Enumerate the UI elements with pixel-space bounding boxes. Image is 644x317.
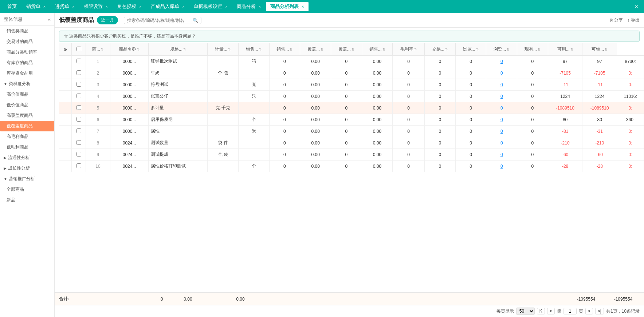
col-sellable[interactable]: 可销...⇅	[582, 43, 617, 56]
row-checkbox[interactable]	[72, 149, 86, 161]
settings-gear-icon[interactable]: ⚙	[63, 47, 67, 52]
row-checkbox[interactable]	[72, 161, 86, 172]
first-page-btn[interactable]: K	[537, 308, 545, 314]
nav-tab-analysis-close[interactable]: ×	[259, 4, 261, 9]
row-spec	[208, 126, 239, 137]
sidebar-section-growth[interactable]: ▶ 成长性分析	[0, 163, 54, 174]
col-sales2[interactable]: 销售...⇅	[269, 43, 300, 56]
filter-recent-month-btn[interactable]: 近一月	[97, 16, 118, 24]
nav-tab-permission-close[interactable]: ×	[106, 4, 108, 9]
row-available: -210	[582, 137, 617, 149]
row-checkbox[interactable]	[72, 79, 86, 91]
row-browse1[interactable]: 0	[486, 91, 517, 102]
col-cover2[interactable]: 覆盖...⇅	[331, 43, 362, 56]
sidebar-item-stock-capital[interactable]: 库存资金占用	[0, 68, 54, 79]
total-label: 合计:	[59, 296, 69, 302]
col-browse1[interactable]: 浏览...⇅	[455, 43, 486, 56]
export-btn[interactable]: ↑ 导出	[627, 17, 640, 23]
prev-page-btn[interactable]: <	[547, 308, 555, 314]
nav-tab-purchase[interactable]: 进货单 ×	[51, 2, 79, 11]
nav-tab-sales-close[interactable]: ×	[43, 4, 46, 9]
row-checkbox[interactable]	[72, 114, 86, 126]
sidebar-item-low-coverage[interactable]: 低覆盖度商品	[0, 121, 54, 131]
row-checkbox[interactable]	[72, 56, 86, 67]
sidebar-item-high-margin[interactable]: 高毛利商品	[0, 131, 54, 142]
row-browse1[interactable]: 0	[486, 161, 517, 172]
sidebar-collapse-btn[interactable]: «	[48, 16, 51, 22]
row-browse2: 0	[517, 161, 548, 172]
col-code[interactable]: 商...⇅	[86, 43, 110, 56]
sidebar-section-flow[interactable]: ▶ 流通性分析	[0, 152, 54, 163]
row-browse1[interactable]: 0	[486, 67, 517, 79]
nav-tab-sales[interactable]: 销货单 ×	[22, 2, 50, 11]
col-cover1[interactable]: 覆盖...⇅	[300, 43, 331, 56]
row-sales2: 0.00	[300, 91, 331, 102]
next-page-btn[interactable]: >	[585, 308, 593, 314]
search-icon[interactable]: 🔍	[193, 18, 198, 23]
row-cover1: 0	[331, 149, 362, 161]
col-current[interactable]: 现有...⇅	[517, 43, 548, 56]
row-trade: 0	[455, 126, 486, 137]
nav-tab-analysis-list[interactable]: 商品分析列表 ×	[266, 2, 308, 11]
table-row: 2 0000... 牛奶 个,包 0 0.00 0 0.00 0 0 0 0 0…	[59, 67, 644, 79]
nav-tab-role[interactable]: 角色授权 ×	[113, 2, 146, 11]
footer-total: 合计: 0 0.00 0.00 -1095554 -1095554	[55, 292, 644, 305]
row-browse1[interactable]: 0	[486, 79, 517, 91]
row-unit: 只	[238, 91, 269, 102]
share-btn[interactable]: ⎘ 分享	[610, 17, 623, 23]
sidebar-item-low-value[interactable]: 低价值商品	[0, 100, 54, 110]
row-settings	[59, 149, 72, 161]
nav-tab-template[interactable]: 单据模板设置 ×	[189, 2, 232, 11]
row-checkbox[interactable]	[72, 126, 86, 137]
page-input[interactable]	[564, 308, 577, 314]
nav-tab-product-in-close[interactable]: ×	[182, 4, 184, 9]
sidebar-section-marketing[interactable]: ▼ 营销推广分析	[0, 174, 54, 184]
window-close-btn[interactable]: ×	[632, 3, 641, 11]
col-browse2[interactable]: 浏览...⇅	[486, 43, 517, 56]
row-checkbox[interactable]	[72, 67, 86, 79]
last-page-btn[interactable]: >|	[595, 308, 604, 314]
nav-tab-analysis-list-close[interactable]: ×	[302, 4, 304, 9]
sidebar-item-category-rate[interactable]: 商品分类动销率	[0, 47, 54, 58]
sidebar-item-low-margin[interactable]: 低毛利商品	[0, 142, 54, 152]
nav-tab-template-close[interactable]: ×	[225, 4, 227, 9]
row-browse1[interactable]: 0	[486, 126, 517, 137]
row-checkbox[interactable]	[72, 137, 86, 149]
row-margin: 0	[425, 56, 456, 67]
row-browse1[interactable]: 0	[486, 149, 517, 161]
sidebar-item-traded-goods[interactable]: 交易过的商品	[0, 36, 54, 47]
sidebar-item-stock-goods[interactable]: 有库存的商品	[0, 58, 54, 68]
nav-tab-product-in[interactable]: 产成品入库单 ×	[146, 2, 189, 11]
col-unit[interactable]: 计量...⇅	[208, 43, 239, 56]
row-browse1[interactable]: 0	[486, 56, 517, 67]
sidebar-section-cluster[interactable]: ▼ 类群度分析	[0, 79, 54, 89]
row-browse1[interactable]: 0	[486, 102, 517, 114]
nav-tab-analysis[interactable]: 商品分析 ×	[232, 2, 265, 11]
col-available[interactable]: 可用...⇅	[548, 43, 582, 56]
row-browse1[interactable]: 0	[486, 114, 517, 126]
sidebar-item-high-coverage[interactable]: 高覆盖度商品	[0, 110, 54, 121]
col-sales1[interactable]: 销售...⇅	[238, 43, 269, 56]
select-all-checkbox[interactable]	[76, 47, 81, 51]
sidebar-item-new-goods[interactable]: 新品	[0, 195, 54, 205]
col-trade[interactable]: 交易...⇅	[425, 43, 456, 56]
sidebar-item-sales-goods[interactable]: 销售类商品	[0, 26, 54, 36]
nav-tab-permission[interactable]: 权限设置 ×	[79, 2, 112, 11]
col-name[interactable]: 商品名称⇅	[110, 43, 148, 56]
col-sales3[interactable]: 销售...⇅	[362, 43, 393, 56]
col-settings[interactable]: ⚙	[59, 43, 72, 56]
row-checkbox[interactable]	[72, 91, 86, 102]
sidebar-item-high-value[interactable]: 高价值商品	[0, 89, 54, 100]
page-size-select[interactable]: 50 100 200	[516, 308, 535, 315]
row-browse1[interactable]: 0	[486, 137, 517, 149]
table-row: 4 0000... 眠宝公仔 只 0 0.00 0 0.00 0 0 0 0 0…	[59, 91, 644, 102]
nav-tab-home[interactable]: 首页	[3, 2, 21, 11]
col-margin[interactable]: 毛利率⇅	[393, 43, 425, 56]
nav-tab-purchase-close[interactable]: ×	[72, 4, 74, 9]
row-settings	[59, 137, 72, 149]
search-input[interactable]	[127, 18, 193, 23]
nav-tab-role-close[interactable]: ×	[139, 4, 141, 9]
row-checkbox[interactable]	[72, 102, 86, 114]
sidebar-item-all-goods[interactable]: 全部商品	[0, 184, 54, 195]
col-spec[interactable]: 规格...⇅	[149, 43, 208, 56]
